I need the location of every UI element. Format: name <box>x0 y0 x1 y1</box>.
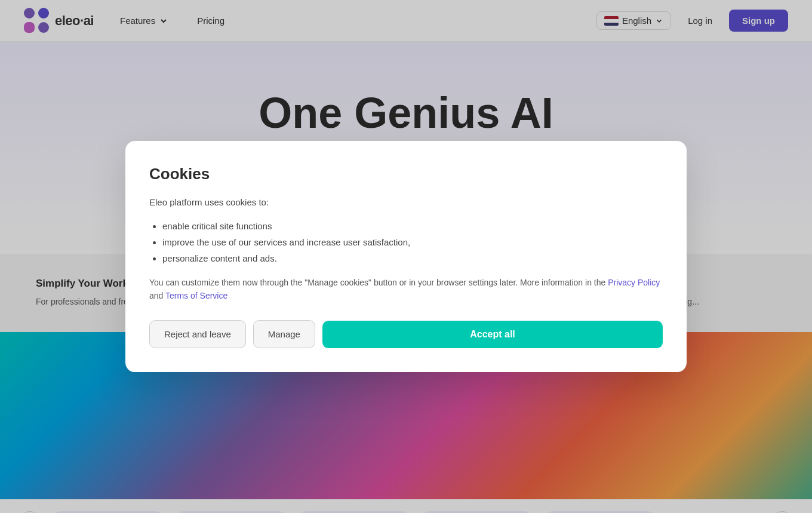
cookie-title: Cookies <box>149 165 663 183</box>
cookie-actions: Reject and leave Manage Accept all <box>149 320 663 348</box>
privacy-policy-link[interactable]: Privacy Policy <box>608 278 660 287</box>
reject-button[interactable]: Reject and leave <box>149 320 246 348</box>
cookie-modal: Cookies Eleo platform uses cookies to: e… <box>125 141 687 373</box>
terms-of-service-link[interactable]: Terms of Service <box>165 291 227 300</box>
cookie-note: You can customize them now through the "… <box>149 276 663 303</box>
accept-all-button[interactable]: Accept all <box>322 321 663 348</box>
cookie-item-1: enable critical site functions <box>162 218 663 234</box>
cookie-item-2: improve the use of our services and incr… <box>162 234 663 250</box>
cookie-items-list: enable critical site functions improve t… <box>149 218 663 266</box>
cookie-item-3: personalize content and ads. <box>162 250 663 266</box>
manage-button[interactable]: Manage <box>253 320 315 348</box>
cookie-description: Eleo platform uses cookies to: <box>149 195 663 210</box>
